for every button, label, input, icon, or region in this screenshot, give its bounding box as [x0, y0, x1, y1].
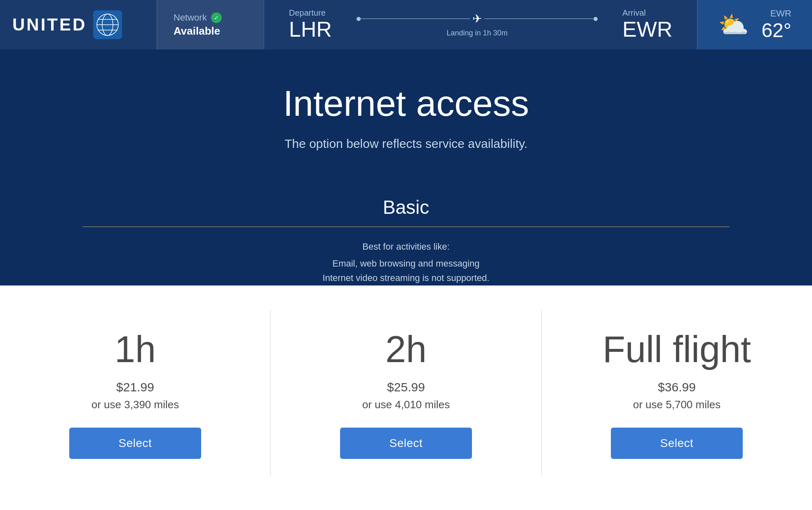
tier-divider [82, 227, 730, 227]
arrival-label: Arrival [622, 8, 672, 18]
hero-section: Internet access The option below reflect… [0, 49, 812, 175]
network-status-text: Available [174, 25, 247, 37]
arrival-info: Arrival EWR [622, 8, 672, 41]
plan-card-full-flight: Full flight $36.99 or use 5,700 miles Se… [542, 310, 812, 475]
plan-card-1h: 1h $21.99 or use 3,390 miles Select [0, 310, 271, 475]
tier-name: Basic [82, 196, 730, 218]
app-header: UNITED Network ✓ Available Departure LHR [0, 0, 812, 49]
departure-info: Departure LHR [289, 8, 332, 41]
select-button-2h[interactable]: Select [340, 428, 472, 459]
plan-price-2h: $25.99 [387, 380, 425, 394]
plan-duration-1h: 1h [115, 331, 156, 368]
landing-info: Landing in 1h 30m [446, 29, 507, 37]
flight-info-area: Departure LHR ✈ Landing in 1h 30m Arriva… [264, 0, 697, 49]
weather-temperature: 62° [761, 19, 791, 42]
select-button-1h[interactable]: Select [69, 428, 201, 459]
plan-card-2h: 2h $25.99 or use 4,010 miles Select [271, 310, 542, 475]
plans-section: 1h $21.99 or use 3,390 miles Select 2h $… [0, 285, 812, 508]
tier-description-label: Best for activities like: [82, 239, 730, 254]
weather-icon: ⛅ [718, 10, 749, 40]
tier-section: Basic Best for activities like: Email, w… [0, 175, 812, 285]
path-end-dot [594, 17, 598, 21]
plan-price-full: $36.99 [658, 380, 696, 394]
weather-area: ⛅ EWR 62° [697, 0, 812, 49]
departure-label: Departure [289, 8, 332, 18]
hero-subtitle: The option below reflects service availa… [16, 137, 796, 151]
flight-path-visual: ✈ Landing in 1h 30m [348, 12, 606, 37]
logo-globe-icon [93, 10, 122, 39]
tier-description-activities: Email, web browsing and messaging [82, 256, 730, 271]
weather-info: EWR 62° [761, 8, 791, 42]
plan-miles-1h: or use 3,390 miles [92, 398, 179, 411]
network-check-icon: ✓ [211, 12, 222, 23]
departure-code: LHR [289, 18, 332, 41]
weather-city: EWR [761, 8, 791, 19]
plan-price-1h: $21.99 [116, 380, 154, 394]
tier-description: Best for activities like: Email, web bro… [82, 239, 730, 285]
arrival-code: EWR [622, 18, 672, 41]
network-label: Network [174, 12, 207, 23]
path-line-left [361, 19, 470, 19]
tier-description-note: Internet video streaming is not supporte… [82, 271, 730, 285]
path-start-dot [357, 17, 361, 21]
logo-text: UNITED [12, 15, 87, 35]
plan-miles-2h: or use 4,010 miles [362, 398, 450, 411]
plan-duration-2h: 2h [385, 331, 427, 368]
logo-area: UNITED [0, 0, 157, 49]
network-status-area: Network ✓ Available [157, 0, 264, 49]
page-title: Internet access [16, 82, 796, 124]
plan-duration-full: Full flight [603, 331, 751, 368]
plan-miles-full: or use 5,700 miles [633, 398, 720, 411]
plane-icon: ✈ [472, 12, 482, 26]
path-line-right [484, 19, 594, 19]
select-button-full[interactable]: Select [611, 428, 743, 459]
